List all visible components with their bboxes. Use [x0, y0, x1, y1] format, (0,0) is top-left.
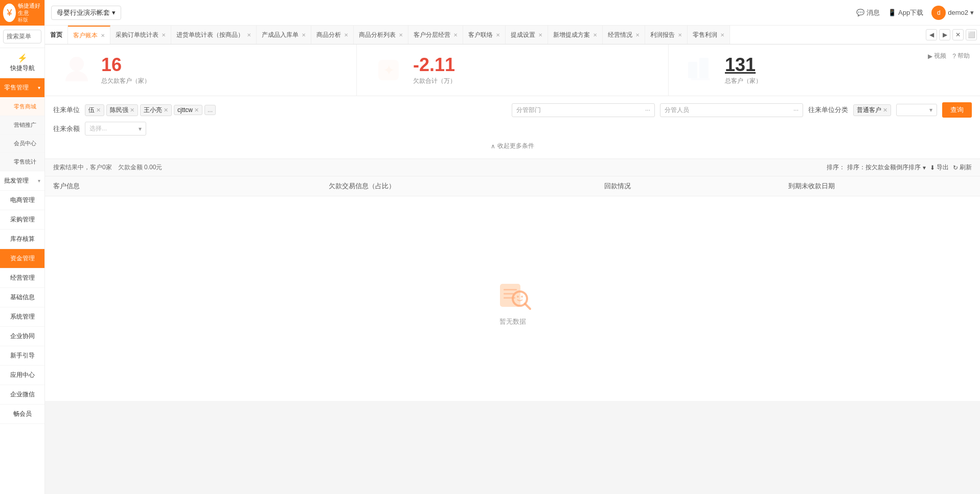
sidebar-item-label: 采购管理 — [10, 215, 35, 224]
sidebar-item-wholesale[interactable]: 批发管理 ▾ — [0, 171, 44, 191]
tab-label: 进货单统计表（按商品） — [176, 31, 244, 39]
tab-close-icon[interactable]: ✕ — [678, 32, 682, 38]
tab-business-status[interactable]: 经营情况 ✕ — [603, 26, 645, 44]
sidebar-item-quick-nav[interactable]: ⚡ 快捷导航 — [0, 48, 44, 78]
dept-filter-select[interactable]: 分管部门 ··· — [512, 103, 655, 117]
svg-rect-6 — [500, 284, 520, 307]
sidebar-item-ecommerce[interactable]: 电商管理 — [0, 191, 44, 210]
user-menu[interactable]: d demo2 ▾ — [931, 6, 974, 20]
tab-customer-contact[interactable]: 客户联络 ✕ — [463, 26, 506, 44]
tab-close-icon[interactable]: ✕ — [496, 32, 500, 38]
filter-tag-more[interactable]: ... — [204, 105, 216, 115]
tab-label: 新增提成方案 — [553, 31, 590, 39]
tab-new-promotion[interactable]: 新增提成方案 ✕ — [548, 26, 603, 44]
tab-profit-report[interactable]: 利润报告 ✕ — [645, 26, 688, 44]
balance-filter-select[interactable]: 选择... ▾ — [85, 122, 146, 136]
tenant-selector[interactable]: 母婴行业演示帐套 ▾ — [51, 6, 121, 20]
tab-promotion-settings[interactable]: 提成设置 ✕ — [506, 26, 548, 44]
export-button[interactable]: ⬇ 导出 — [930, 163, 949, 172]
sort-select[interactable]: 排序： 排序：按欠款金额倒序排序 ▾ — [827, 163, 926, 172]
sort-label: 排序： — [827, 163, 845, 172]
tab-home[interactable]: 首页 — [45, 26, 68, 44]
empty-state: 暂无数据 — [492, 240, 533, 357]
sidebar-item-retail[interactable]: 零售管理 ▾ — [0, 78, 44, 98]
tab-home-label: 首页 — [50, 31, 62, 39]
tab-scroll-left[interactable]: ◀ — [926, 29, 937, 40]
sidebar-item-inventory[interactable]: 库存核算 — [0, 230, 44, 249]
collapse-button[interactable]: ∧ 收起更多条件 — [491, 142, 534, 150]
messages-button[interactable]: 💬 消息 — [856, 8, 880, 17]
sidebar-item-retail-mall[interactable]: 零售商城 — [0, 98, 44, 116]
category-dropdown[interactable]: ▾ — [896, 104, 937, 116]
sidebar-item-basic-info[interactable]: 基础信息 — [0, 288, 44, 307]
sidebar-item-marketing[interactable]: 营销推广 — [0, 116, 44, 134]
tag-close-normal[interactable]: ✕ — [883, 107, 887, 114]
help-link[interactable]: ? 帮助 — [952, 52, 970, 60]
tag-close-cjttcw[interactable]: ✕ — [194, 107, 199, 114]
empty-icon — [492, 271, 533, 312]
sidebar-item-app-center[interactable]: 应用中心 — [0, 366, 44, 385]
sidebar-item-purchase[interactable]: 采购管理 — [0, 210, 44, 230]
tab-product-inbound[interactable]: 产成品入库单 ✕ — [257, 26, 311, 44]
tab-purchase-orders[interactable]: 采购订单统计表 ✕ — [110, 26, 171, 44]
sidebar-item-label: 零售管理 — [4, 83, 29, 92]
tab-close-icon[interactable]: ✕ — [247, 32, 251, 38]
stat-card-customers: 16 总欠款客户（家） — [45, 44, 357, 96]
tenant-name: 母婴行业演示帐套 — [57, 8, 110, 17]
tab-maximize[interactable]: ⬜ — [966, 29, 977, 40]
tab-close-icon[interactable]: ✕ — [302, 32, 306, 38]
sidebar-item-system[interactable]: 系统管理 — [0, 307, 44, 327]
tag-close-wang[interactable]: ✕ — [164, 107, 168, 114]
tab-product-analysis-list[interactable]: 商品分析列表 ✕ — [354, 26, 408, 44]
tab-close-icon[interactable]: ✕ — [453, 32, 458, 38]
tab-close-icon[interactable]: ✕ — [162, 32, 166, 38]
messages-label: 消息 — [867, 8, 880, 17]
tab-close-icon[interactable]: ✕ — [593, 32, 597, 38]
tab-inbound-stats[interactable]: 进货单统计表（按商品） ✕ — [171, 26, 257, 44]
sidebar-item-new-guide[interactable]: 新手引导 — [0, 346, 44, 366]
col-header-payment: 回款情况 — [604, 182, 788, 191]
sidebar-item-enterprise-collab[interactable]: 企业协同 — [0, 327, 44, 346]
tab-product-analysis[interactable]: 商品分析 ✕ — [311, 26, 354, 44]
sidebar-item-members[interactable]: 会员中心 — [0, 134, 44, 153]
sidebar-item-retail-stats[interactable]: 零售统计 — [0, 153, 44, 171]
tab-close-icon[interactable]: ✕ — [101, 33, 105, 38]
video-link[interactable]: ▶ 视频 — [928, 52, 946, 60]
col-header-transaction: 欠款交易信息（占比） — [329, 182, 604, 191]
tab-close-all[interactable]: ✕ — [952, 29, 964, 40]
tab-customer-segment[interactable]: 客户分层经营 ✕ — [408, 26, 463, 44]
tag-close-chen[interactable]: ✕ — [130, 107, 134, 114]
sidebar-search-area[interactable]: 搜索菜单 — [0, 26, 44, 48]
dept-more-icon: ··· — [645, 106, 650, 114]
page-content: 16 总欠款客户（家） ✦ -2.11 欠款合计（万） — [45, 44, 980, 494]
app-download-button[interactable]: 📱 App下载 — [888, 8, 923, 17]
svg-rect-8 — [504, 293, 514, 295]
main-area: 母婴行业演示帐套 ▾ 💬 消息 📱 App下载 d demo2 ▾ 首页 — [45, 0, 980, 494]
sidebar-item-operations[interactable]: 经营管理 — [0, 268, 44, 288]
query-button[interactable]: 查询 — [942, 102, 972, 118]
tab-close-icon[interactable]: ✕ — [720, 32, 724, 38]
tab-close-icon[interactable]: ✕ — [399, 32, 403, 38]
person-filter-select[interactable]: 分管人员 ··· — [660, 103, 803, 117]
refresh-button[interactable]: ↻ 刷新 — [953, 163, 972, 172]
tab-label: 产成品入库单 — [262, 31, 299, 39]
tab-close-icon[interactable]: ✕ — [635, 32, 640, 38]
tab-close-icon[interactable]: ✕ — [344, 32, 348, 38]
username: demo2 — [948, 9, 968, 16]
sidebar-item-label: 系统管理 — [10, 312, 35, 321]
tab-scroll-right[interactable]: ▶ — [939, 29, 950, 40]
stat-card-total: 131 总客户（家） ▶ 视频 ? 帮助 — [669, 44, 980, 96]
sidebar-item-vip[interactable]: 畅会员 — [0, 405, 44, 424]
unit-filter-label: 往来单位 — [53, 105, 80, 115]
sidebar-item-finance[interactable]: 资金管理 — [0, 249, 44, 268]
tab-retail-profit[interactable]: 零售利润 ✕ — [688, 26, 730, 44]
sidebar-item-enterprise-wechat[interactable]: 企业微信 — [0, 385, 44, 405]
refresh-icon: ↻ — [953, 164, 958, 171]
tab-customers[interactable]: 客户账本 ✕ — [68, 26, 110, 44]
sidebar-item-label: 零售统计 — [14, 158, 36, 166]
tag-close-wu[interactable]: ✕ — [96, 107, 101, 114]
message-icon: 💬 — [856, 9, 864, 16]
tab-label: 客户联络 — [468, 31, 493, 39]
search-menu-button[interactable]: 搜索菜单 — [3, 30, 41, 43]
tab-close-icon[interactable]: ✕ — [538, 32, 542, 38]
